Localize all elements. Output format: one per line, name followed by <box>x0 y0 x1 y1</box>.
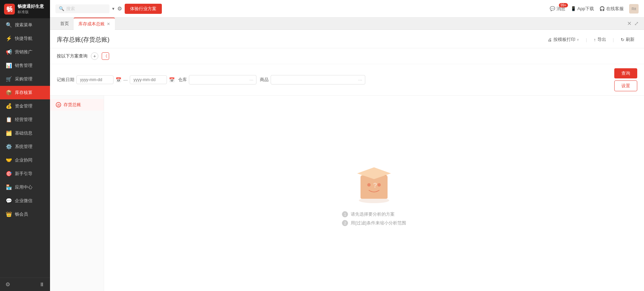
sidebar-item-purchase[interactable]: 🛒 采购管理 <box>0 72 50 86</box>
content-area: 存 存货总账 <box>50 96 644 291</box>
form-action-buttons: 查询 设置 <box>614 68 637 91</box>
page-content: 库存总账(存货总账) 🖨 按模板打印 ▾ | ↑ 导出 | ↻ 刷新 <box>50 30 644 291</box>
sidebar-label-shortcut: 快捷导航 <box>15 35 32 42</box>
scheme-sidebar: 存 存货总账 <box>50 96 104 291</box>
tab-home[interactable]: 首页 <box>55 18 74 30</box>
sidebar-label-search: 搜索菜单 <box>15 22 32 28</box>
industry-btn[interactable]: 体验行业方案 <box>125 4 162 14</box>
sidebar-label-purchase: 采购管理 <box>15 76 32 82</box>
warehouse-more-icon: ··· <box>249 77 253 82</box>
scheme-icon: 存 <box>55 102 61 108</box>
goods-more-icon: ··· <box>358 77 362 82</box>
sidebar-icon-operation: 📋 <box>5 116 12 123</box>
empty-svg: ? <box>350 161 398 204</box>
main-area: 🔍 搜索 ▾ ⚙ 体验行业方案 💬 消息 99+ 📱 App下载 🎧 在线客服 <box>50 0 644 291</box>
export-icon: ↑ <box>594 37 596 42</box>
search-placeholder-text: 搜索 <box>66 6 75 12</box>
sidebar-label-member: 畅会员 <box>15 211 28 217</box>
svg-point-8 <box>377 183 381 187</box>
goods-select[interactable]: ··· <box>271 75 365 84</box>
export-btn[interactable]: ↑ 导出 <box>591 35 609 44</box>
settings-btn[interactable]: 设置 <box>614 80 637 91</box>
user-name: Rit <box>631 7 636 11</box>
tab-close-panel-icon[interactable]: ✕ <box>627 20 631 27</box>
sidebar-label-basic: 基础信息 <box>15 130 32 136</box>
user-avatar-item[interactable]: Rit <box>629 4 639 14</box>
settings-footer-icon[interactable]: ⚙ <box>5 281 10 288</box>
sidebar-icon-inventory: 📦 <box>5 89 12 96</box>
tip-text-1: 请先选择要分析的方案 <box>351 211 395 217</box>
message-icon: 💬 <box>550 6 555 11</box>
sidebar-icon-sales: 📊 <box>5 62 12 69</box>
date-separator: — <box>123 77 128 82</box>
sidebar-item-marketing[interactable]: 📢 营销推广 <box>0 45 50 59</box>
empty-tip-1: 1 请先选择要分析的方案 <box>342 211 406 217</box>
calendar-start-icon[interactable]: 📅 <box>116 77 121 82</box>
sidebar-label-appstore: 应用中心 <box>15 184 32 190</box>
sidebar-footer: ⚙ ⏸ <box>0 277 50 291</box>
tab-inventory-cost[interactable]: 库存成本总账 ✕ <box>74 18 115 30</box>
message-item[interactable]: 💬 消息 99+ <box>550 6 565 12</box>
search-btn[interactable]: 查询 <box>614 68 637 78</box>
sidebar-item-sales[interactable]: 📊 销售管理 <box>0 59 50 72</box>
calendar-end-icon[interactable]: 📅 <box>169 77 175 82</box>
scheme-inventory-ledger[interactable]: 存 存货总账 <box>50 99 104 111</box>
tip-num-2: 2 <box>342 220 348 226</box>
sidebar-icon-shortcut: ⚡ <box>5 35 12 42</box>
filter-add-btn[interactable]: + <box>91 52 98 60</box>
date-start-input[interactable] <box>76 75 114 84</box>
svg-point-7 <box>367 183 371 187</box>
sidebar-item-operation[interactable]: 📋 经营管理 <box>0 113 50 126</box>
sidebar-item-guide[interactable]: 🎯 新手引导 <box>0 167 50 180</box>
sidebar-icon-search: 🔍 <box>5 22 12 28</box>
refresh-icon: ↻ <box>621 37 624 42</box>
search-icon: 🔍 <box>59 6 64 11</box>
refresh-btn[interactable]: ↻ 刷新 <box>618 35 637 44</box>
action-divider-2: | <box>613 37 614 42</box>
sidebar-item-inventory[interactable]: 📦 库存核算 <box>0 86 50 99</box>
tip-text-2: 用[过滤]条件来缩小分析范围 <box>351 220 406 226</box>
topbar-gear-icon[interactable]: ⚙ <box>117 5 122 12</box>
topbar-search-box[interactable]: 🔍 搜索 <box>55 4 109 13</box>
brand-name: 畅捷通好生意 <box>18 3 44 9</box>
warehouse-select[interactable]: ··· <box>189 75 256 84</box>
headset-icon: 🎧 <box>599 6 605 11</box>
sidebar-label-sales: 销售管理 <box>15 63 32 69</box>
sidebar-label-marketing: 营销推广 <box>15 49 32 55</box>
warehouse-filter-group: 仓库 ··· <box>178 75 256 84</box>
sidebar-item-basic[interactable]: 🗂️ 基础信息 <box>0 126 50 140</box>
sidebar-logo: 畅 畅捷通好生意 标准版 <box>0 0 50 18</box>
empty-illustration: ? <box>350 161 398 204</box>
tab-expand-icon[interactable]: ⤢ <box>634 20 639 27</box>
sidebar-item-appstore[interactable]: 🏪 应用中心 <box>0 180 50 194</box>
online-support-label: 在线客服 <box>606 6 624 12</box>
sidebar-label-finance: 资金管理 <box>15 103 32 109</box>
sidebar-item-wecom[interactable]: 💬 企业微信 <box>0 194 50 208</box>
sidebar-icon-member: 👑 <box>5 211 12 218</box>
print-template-btn[interactable]: 🖨 按模板打印 ▾ <box>545 35 582 44</box>
online-support-item[interactable]: 🎧 在线客服 <box>599 6 624 12</box>
sidebar-item-finance[interactable]: 💰 资金管理 <box>0 99 50 113</box>
filter-collapse-btn[interactable]: 《 <box>102 52 109 60</box>
tab-close-icon[interactable]: ✕ <box>107 22 110 26</box>
topbar-dropdown-icon[interactable]: ▾ <box>112 6 115 11</box>
page-header-actions: 🖨 按模板打印 ▾ | ↑ 导出 | ↻ 刷新 <box>545 35 637 44</box>
date-end-input[interactable] <box>130 75 167 84</box>
action-divider-1: | <box>586 37 587 42</box>
date-label: 记账日期 <box>57 77 74 83</box>
sidebar: 畅 畅捷通好生意 标准版 🔍 搜索菜单 ⚡ 快捷导航 📢 营销推广 📊 销售管理… <box>0 0 50 291</box>
sidebar-label-inventory: 库存核算 <box>15 90 32 96</box>
tabbar: 首页 库存成本总账 ✕ ✕ ⤢ <box>50 18 644 30</box>
empty-tip-2: 2 用[过滤]条件来缩小分析范围 <box>342 220 406 226</box>
sidebar-item-shortcut[interactable]: ⚡ 快捷导航 <box>0 32 50 45</box>
app-download-item[interactable]: 📱 App下载 <box>571 6 594 12</box>
goods-filter-group: 商品 ··· <box>260 75 365 84</box>
sidebar-item-system[interactable]: ⚙️ 系统管理 <box>0 140 50 153</box>
print-dropdown-icon: ▾ <box>577 37 579 42</box>
sidebar-item-coop[interactable]: 🤝 企业协同 <box>0 153 50 167</box>
sidebar-item-member[interactable]: 👑 畅会员 <box>0 208 50 221</box>
audio-footer-icon[interactable]: ⏸ <box>39 282 45 288</box>
svg-text:存: 存 <box>57 103 60 107</box>
sidebar-item-search[interactable]: 🔍 搜索菜单 <box>0 18 50 32</box>
sidebar-label-operation: 经营管理 <box>15 117 32 123</box>
